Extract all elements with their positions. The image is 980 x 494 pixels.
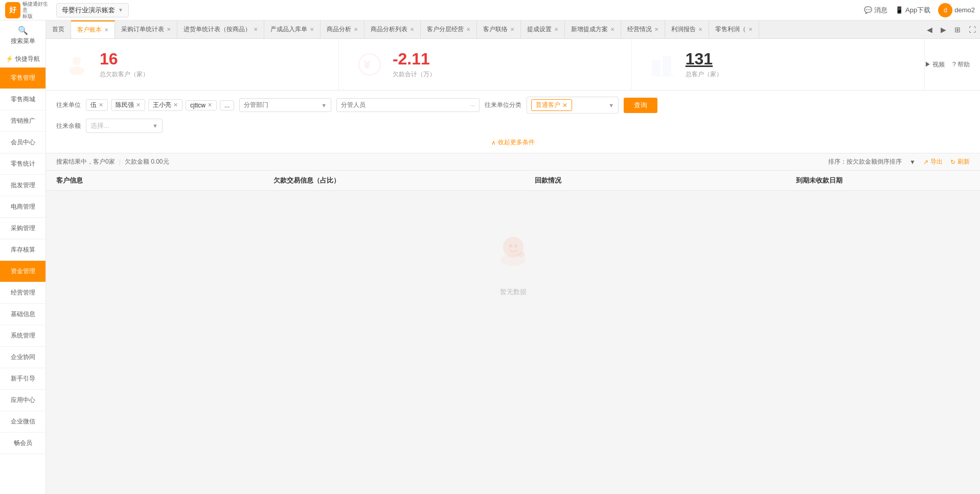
sidebar-item-12[interactable]: 系统管理: [0, 325, 45, 347]
sidebar-item-8[interactable]: 库存核算: [0, 239, 45, 261]
tab-close-3[interactable]: ✕: [254, 27, 258, 32]
tab-label-5: 商品分析: [327, 25, 351, 34]
app-download-button[interactable]: 📱 App下载: [895, 6, 930, 15]
remove-tag-3[interactable]: ✕: [208, 102, 212, 108]
tab-12[interactable]: 利润报告✕: [665, 20, 709, 39]
sidebar-item-1[interactable]: 零售商城: [0, 89, 45, 110]
stat-label-debt: 欠款合计（万）: [393, 70, 616, 79]
collapse-button[interactable]: ∧ 收起更多条件: [491, 138, 535, 147]
filter-area: 往来单位 伍 ✕ 陈民强 ✕ 王小亮: [46, 91, 980, 153]
message-button[interactable]: 💬 消息: [864, 6, 887, 15]
avatar: d: [938, 3, 952, 17]
remove-tag-0[interactable]: ✕: [99, 102, 103, 108]
store-selector[interactable]: 母婴行业演示账套 ▼: [56, 3, 129, 17]
tab-close-8[interactable]: ✕: [510, 27, 514, 32]
sidebar-item-2[interactable]: 营销推广: [0, 110, 45, 132]
tab-10[interactable]: 新增提成方案✕: [565, 20, 621, 39]
col-header-date: 到期未收款日期: [796, 176, 970, 185]
dept-dropdown[interactable]: 分管部门 ▼: [239, 98, 331, 112]
tab-1[interactable]: 客户账本✕: [71, 20, 115, 39]
tab-2[interactable]: 采购订单统计表✕: [115, 20, 177, 39]
category-select[interactable]: 普通客户 ✕ ▼: [527, 97, 619, 114]
tab-close-5[interactable]: ✕: [354, 27, 358, 32]
col-header-customer: 客户信息: [56, 176, 274, 185]
sidebar: 🔍 搜索菜单 ⚡ 快捷导航 零售管理零售商城营销推广会员中心零售统计批发管理电商…: [0, 20, 46, 494]
sidebar-item-5[interactable]: 批发管理: [0, 175, 45, 196]
sidebar-item-3[interactable]: 会员中心: [0, 132, 45, 153]
tab-next-button[interactable]: ▶: [937, 20, 950, 39]
unit-tag-0: 伍 ✕: [86, 99, 108, 111]
tab-close-2[interactable]: ✕: [167, 27, 171, 32]
tab-close-13[interactable]: ✕: [748, 27, 753, 32]
refresh-icon: ↻: [950, 159, 955, 166]
tab-fullscreen-button[interactable]: ⛶: [965, 20, 980, 39]
refresh-button[interactable]: ↻ 刷新: [950, 158, 970, 166]
balance-select[interactable]: 选择... ▼: [86, 119, 163, 133]
tab-11[interactable]: 经营情况✕: [621, 20, 665, 39]
sidebar-item-11[interactable]: 基础信息: [0, 304, 45, 325]
remove-tag-1[interactable]: ✕: [136, 102, 141, 108]
tab-close-9[interactable]: ✕: [554, 27, 558, 32]
user-menu[interactable]: d demo2: [938, 3, 975, 17]
remove-category-tag[interactable]: ✕: [562, 102, 567, 109]
top-bar: 好 畅捷通好生意 标版 母婴行业演示账套 ▼ 💬 消息 📱 App下载 d de…: [0, 0, 980, 20]
dept-label: 分管部门: [244, 101, 268, 109]
help-button[interactable]: ? 帮助: [952, 60, 970, 69]
sidebar-item-6[interactable]: 电商管理: [0, 196, 45, 218]
export-icon: ↗: [923, 159, 928, 166]
search-menu-item[interactable]: 🔍 搜索菜单: [0, 20, 45, 51]
tab-close-6[interactable]: ✕: [410, 27, 414, 32]
tab-label-13: 零售利润（: [715, 25, 746, 34]
unit-filter-tags: 伍 ✕ 陈民强 ✕ 王小亮 ✕: [86, 99, 234, 111]
tab-3[interactable]: 进货单统计表（按商品）✕: [177, 20, 264, 39]
video-button[interactable]: ▶ 视频: [925, 60, 945, 69]
tab-more-button[interactable]: ⊞: [950, 20, 965, 39]
collapse-row: ∧ 收起更多条件: [56, 138, 970, 147]
tab-prev-button[interactable]: ◀: [923, 20, 937, 39]
tab-13[interactable]: 零售利润（✕: [709, 20, 759, 39]
tab-label-11: 经营情况: [627, 25, 652, 34]
message-icon: 💬: [864, 6, 872, 14]
person-dropdown[interactable]: 分管人员 ···: [336, 98, 480, 112]
empty-state: 暂无数据: [46, 191, 980, 338]
tab-close-10[interactable]: ✕: [610, 27, 614, 32]
tab-8[interactable]: 客户联络✕: [477, 20, 521, 39]
stats-row: 16 总欠款客户（家） ¥ -2.11 欠: [46, 39, 980, 91]
remove-tag-2[interactable]: ✕: [173, 102, 178, 108]
result-bar: 搜索结果中，客户0家 | 欠款金额 0.00元 排序：按欠款金额倒序排序 ▼ ↗…: [46, 153, 980, 171]
stat-info-total: 131 总客户（家）: [686, 51, 909, 79]
svg-point-1: [69, 66, 84, 75]
sidebar-item-13[interactable]: 企业协同: [0, 347, 45, 368]
svg-rect-6: [651, 75, 674, 77]
tab-close-4[interactable]: ✕: [310, 27, 314, 32]
unit-tag-more[interactable]: ...: [220, 100, 234, 110]
query-button[interactable]: 查询: [624, 98, 657, 113]
tab-6[interactable]: 商品分析列表✕: [364, 20, 421, 39]
sidebar-item-17[interactable]: 畅会员: [0, 433, 45, 454]
tab-0[interactable]: 首页: [46, 20, 71, 39]
sidebar-item-16[interactable]: 企业微信: [0, 411, 45, 433]
tab-4[interactable]: 产成品入库单✕: [264, 20, 321, 39]
sidebar-item-14[interactable]: 新手引导: [0, 368, 45, 390]
tab-5[interactable]: 商品分析✕: [321, 20, 364, 39]
tab-9[interactable]: 提成设置✕: [521, 20, 565, 39]
tab-close-11[interactable]: ✕: [654, 27, 658, 32]
tab-close-1[interactable]: ✕: [104, 27, 108, 33]
sidebar-item-0[interactable]: 零售管理: [0, 68, 45, 89]
total-icon: [647, 49, 678, 80]
tab-close-7[interactable]: ✕: [466, 27, 470, 32]
sidebar-item-15[interactable]: 应用中心: [0, 390, 45, 411]
sidebar-item-10[interactable]: 经营管理: [0, 282, 45, 304]
video-help-area: ▶ 视频 ? 帮助: [925, 39, 980, 90]
result-text: 搜索结果中，客户0家: [56, 158, 115, 166]
tab-close-12[interactable]: ✕: [698, 27, 702, 32]
sidebar-item-7[interactable]: 采购管理: [0, 218, 45, 239]
tab-label-6: 商品分析列表: [371, 25, 407, 34]
quick-nav-item[interactable]: ⚡ 快捷导航: [0, 51, 45, 68]
sidebar-item-4[interactable]: 零售统计: [0, 153, 45, 175]
export-button[interactable]: ↗ 导出: [923, 158, 943, 166]
tab-7[interactable]: 客户分层经营✕: [421, 20, 477, 39]
sidebar-item-9[interactable]: 资金管理: [0, 261, 45, 282]
main-content: 16 总欠款客户（家） ¥ -2.11 欠: [46, 39, 980, 494]
help-icon: ?: [952, 61, 958, 68]
